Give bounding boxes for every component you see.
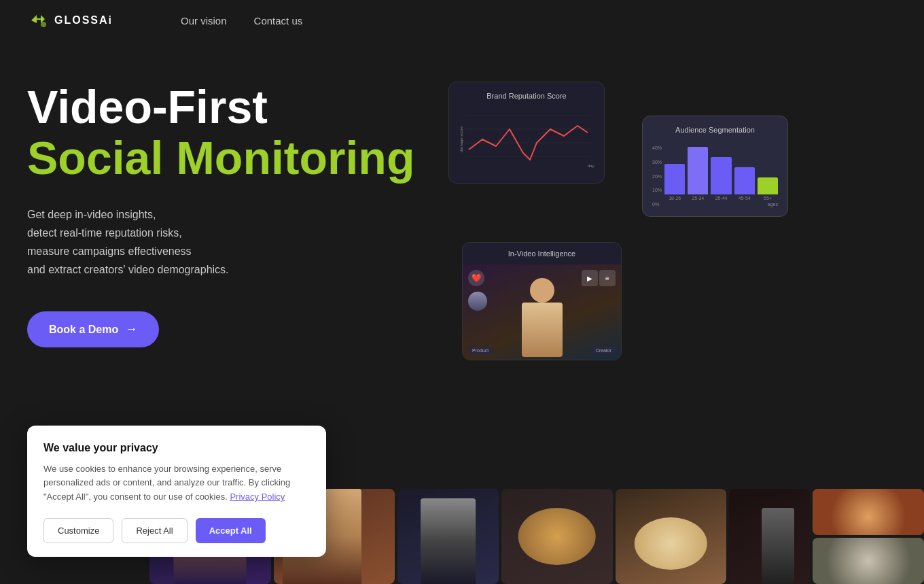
svg-text:days: days	[588, 164, 594, 168]
bar-fill	[711, 157, 731, 194]
like-icon: ❤️	[468, 270, 484, 286]
bar-18-26: 18-26	[664, 164, 685, 201]
bar-label: 35-44	[715, 196, 728, 201]
cookie-body: We use cookies to enhance your browsing …	[43, 462, 310, 504]
avatar-overlay	[468, 292, 487, 311]
hero-visuals: Brand Reputation Score damage score days	[448, 82, 788, 367]
bars-row: 18-26 25-34 35-44 45-54	[664, 139, 778, 201]
cookie-banner: We value your privacy We use cookies to …	[27, 426, 326, 557]
privacy-policy-link[interactable]: Privacy Policy	[230, 492, 285, 502]
video-thumb-double-col	[813, 489, 924, 584]
video-tag-left: Product	[468, 347, 493, 354]
video-thumb-7	[813, 489, 924, 535]
in-video-intelligence-card: In-Video Intelligence ❤️ ▶ ≡ Product Cre…	[462, 242, 622, 360]
y-label-20: 20%	[652, 174, 662, 179]
cookie-title: We value your privacy	[43, 442, 310, 454]
bar-label: 25-34	[692, 196, 704, 201]
brand-chart-area: damage score days	[459, 105, 594, 173]
reject-all-button[interactable]: Reject All	[122, 518, 187, 543]
bars-container: 18-26 25-34 35-44 45-54	[664, 139, 778, 207]
audience-card-title: Audience Segmentation	[652, 126, 778, 134]
bar-label: 55+	[764, 196, 772, 201]
video-thumb-4	[501, 489, 613, 584]
bar-fill	[664, 164, 685, 194]
svg-point-1	[41, 22, 46, 27]
bar-fill	[734, 167, 755, 194]
person-silhouette	[421, 498, 476, 584]
bar-55plus: 55+	[758, 177, 778, 201]
arrow-right-icon: →	[125, 322, 137, 337]
food-visual	[635, 517, 707, 570]
brand-sparkline: damage score days	[459, 105, 594, 173]
accept-all-button[interactable]: Accept All	[196, 518, 266, 543]
bar-fill	[688, 147, 708, 194]
ages-label: ages	[664, 202, 778, 207]
video-thumbnail: ❤️ ▶ ≡ Product Creator	[463, 264, 621, 360]
bar-25-34: 25-34	[688, 147, 708, 201]
navbar: GLOSSAi Our vision Contact us	[0, 0, 924, 41]
more-icon: ≡	[599, 270, 616, 286]
nav-links: Our vision Contact us	[181, 15, 302, 27]
y-label-40: 40%	[652, 145, 662, 150]
nav-link-contact-us[interactable]: Contact us	[254, 15, 303, 27]
svg-text:damage score: damage score	[459, 126, 463, 152]
food-visual	[813, 538, 924, 584]
brand-card-title: Brand Reputation Score	[459, 92, 594, 100]
bar-label: 45-54	[739, 196, 751, 201]
hero-section: Video-First Social Monitoring Get deep i…	[0, 41, 924, 422]
cookie-buttons: Customize Reject All Accept All	[43, 518, 310, 543]
nav-link-our-vision[interactable]: Our vision	[181, 15, 227, 27]
y-label-10: 10%	[652, 188, 662, 192]
bar-label: 18-26	[669, 196, 681, 201]
customize-button[interactable]: Customize	[43, 518, 113, 543]
bar-fill	[758, 177, 778, 194]
bar-chart: 40% 30% 20% 10% 0% 18-26 25-34	[652, 139, 778, 207]
bar-45-54: 45-54	[734, 167, 755, 201]
video-thumb-6	[729, 489, 810, 584]
logo[interactable]: GLOSSAi	[27, 10, 113, 31]
food-visual	[518, 508, 596, 565]
hero-title-line2: Social Monitoring	[27, 133, 421, 184]
bar-35-44: 35-44	[711, 157, 731, 201]
video-tag-right: Creator	[592, 347, 616, 354]
hero-text: Video-First Social Monitoring Get deep i…	[27, 82, 421, 394]
video-card-title: In-Video Intelligence	[463, 243, 621, 264]
play-icon: ▶	[582, 270, 598, 286]
hero-title-line1: Video-First	[27, 82, 421, 133]
book-demo-label: Book a Demo	[49, 324, 118, 336]
logo-icon	[27, 10, 49, 31]
logo-text: GLOSSAi	[54, 14, 113, 27]
video-thumb-5	[616, 489, 727, 584]
video-thumb-8	[813, 538, 924, 584]
hero-description: Get deep in-video insights, detect real-…	[27, 205, 421, 279]
product-visual	[762, 508, 794, 584]
svg-rect-0	[27, 10, 49, 31]
book-demo-button[interactable]: Book a Demo →	[27, 311, 159, 347]
video-thumb-3	[397, 489, 499, 584]
brand-reputation-card: Brand Reputation Score damage score days	[448, 82, 605, 184]
bar-y-axis: 40% 30% 20% 10% 0%	[652, 145, 662, 207]
food-visual	[813, 489, 924, 535]
audience-segmentation-card: Audience Segmentation 40% 30% 20% 10% 0%…	[642, 116, 788, 217]
y-label-30: 30%	[652, 160, 662, 165]
y-label-0: 0%	[652, 202, 662, 207]
